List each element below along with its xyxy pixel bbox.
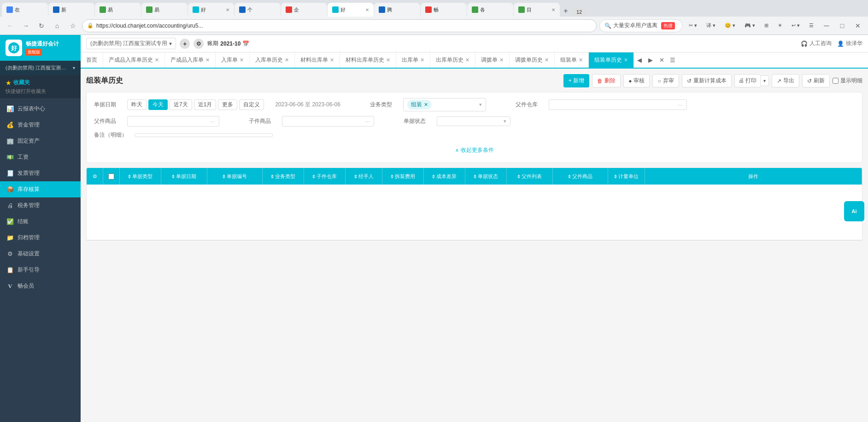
print-button-split[interactable]: 🖨 打印 ▾ xyxy=(734,74,769,87)
tab-out-hist[interactable]: 出库单历史 ✕ xyxy=(430,52,475,68)
game-tool[interactable]: 🎮 ▾ xyxy=(741,21,759,30)
tab-close-8[interactable]: ✕ xyxy=(365,7,369,12)
biz-type-selector[interactable]: 组装 ✕ ▾ xyxy=(403,98,486,111)
browser-tab-1[interactable]: 在 xyxy=(2,3,48,17)
sidebar-item-payroll[interactable]: 💵 工资 xyxy=(0,149,81,165)
tab-prev-button[interactable]: ◀ xyxy=(634,53,645,68)
sidebar-account[interactable]: (勿删勿禁用) 江西服宝测试专用 ▾ xyxy=(0,61,81,75)
browser-tab-4[interactable]: 易 xyxy=(141,3,188,17)
sidebar-item-tax[interactable]: 🖨 税务管理 xyxy=(0,197,81,214)
browser-tab-3[interactable]: 易 xyxy=(95,3,141,17)
grid-tool[interactable]: ⊞ xyxy=(761,21,772,30)
tab-count-badge[interactable]: 12 xyxy=(574,7,585,17)
export-button[interactable]: ↗ 导出 xyxy=(772,74,799,87)
browser-tab-11[interactable]: 各 xyxy=(467,3,513,17)
status-selector[interactable]: ▾ xyxy=(437,116,510,126)
tab-prod-in[interactable]: 产成品入库单 ✕ xyxy=(165,52,216,68)
browser-tab-9[interactable]: 腾 xyxy=(374,3,420,17)
th-dismantlefee[interactable]: 拆装费用 xyxy=(382,168,424,185)
parent-goods-input[interactable]: ··· xyxy=(127,116,219,127)
th-status[interactable]: 单据状态 xyxy=(465,168,507,185)
tab-close-icon[interactable]: ✕ xyxy=(240,57,244,63)
sidebar-item-reports[interactable]: 📊 云报表中心 xyxy=(0,101,81,117)
tab-out[interactable]: 出库单 ✕ xyxy=(396,52,430,68)
tab-close-icon[interactable]: ✕ xyxy=(545,57,549,63)
calendar-icon[interactable]: 📅 xyxy=(242,40,249,47)
tab-close-icon[interactable]: ✕ xyxy=(205,57,210,63)
th-settings[interactable]: ⚙ xyxy=(87,168,103,185)
close-button[interactable]: ✕ xyxy=(851,19,864,32)
search-bar[interactable]: 🔍 大量安卓用户逃离 热搜 xyxy=(599,19,682,32)
tab-prod-in-hist[interactable]: 产成品入库单历史 ✕ xyxy=(103,52,165,68)
tab-in-hist[interactable]: 入库单历史 ✕ xyxy=(250,52,295,68)
maximize-button[interactable]: □ xyxy=(836,19,849,32)
parent-goods-dots[interactable]: ··· xyxy=(210,118,215,125)
collapse-button[interactable]: ∧ 收起更多条件 xyxy=(94,144,855,157)
sidebar-item-assets[interactable]: 🏢 固定资产 xyxy=(0,133,81,149)
tab-close-icon[interactable]: ✕ xyxy=(465,57,469,63)
horizontal-scrollbar[interactable] xyxy=(86,240,862,246)
date-btn-today[interactable]: 今天 xyxy=(148,99,168,110)
print-main[interactable]: 🖨 打印 xyxy=(734,74,760,87)
th-date[interactable]: 单据日期 xyxy=(161,168,207,185)
th-costdiff[interactable]: 成本差异 xyxy=(424,168,465,185)
biz-type-tag-remove[interactable]: ✕ xyxy=(424,102,428,108)
user-display[interactable]: 👤 徐泽华 xyxy=(837,40,862,47)
tab-close-icon[interactable]: ✕ xyxy=(330,57,334,63)
sidebar-item-invoice[interactable]: 🧾 发票管理 xyxy=(0,165,81,181)
date-btn-yesterday[interactable]: 昨天 xyxy=(127,99,147,110)
sidebar-item-inventory[interactable]: 📦 库存核算 xyxy=(0,181,81,197)
tab-close-icon[interactable]: ✕ xyxy=(155,57,159,63)
print-arrow[interactable]: ▾ xyxy=(760,75,769,86)
recalc-cost-button[interactable]: ↺ 重新计算成本 xyxy=(682,74,732,87)
new-tab-button[interactable]: + xyxy=(560,6,571,17)
tab-close-icon[interactable]: ✕ xyxy=(499,57,504,63)
th-warehouse[interactable]: 子件仓库 xyxy=(304,168,346,185)
show-detail-checkbox-label[interactable]: 显示明细 xyxy=(833,77,862,85)
brightness-tool[interactable]: ☀ xyxy=(774,21,786,30)
bookmark-button[interactable]: ☆ xyxy=(66,19,79,32)
th-parentlist[interactable]: 父件列表 xyxy=(507,168,553,185)
quick-open-link[interactable]: 快捷键打开收藏夹 xyxy=(6,88,75,95)
sidebar-item-guide[interactable]: 📋 新手引导 xyxy=(0,262,81,278)
browser-tab-8[interactable]: 好 ✕ xyxy=(328,3,374,17)
delete-button[interactable]: 🗑 删除 xyxy=(592,74,621,87)
tab-close-icon[interactable]: ✕ xyxy=(579,57,583,63)
parent-warehouse-dots[interactable]: ··· xyxy=(678,101,683,108)
browser-tab-7[interactable]: 企 xyxy=(281,3,327,17)
parent-warehouse-input[interactable]: ··· xyxy=(549,99,687,110)
th-number[interactable]: 单据编号 xyxy=(207,168,263,185)
th-parentgoods[interactable]: 父件商品 xyxy=(553,168,608,185)
sidebar-item-funds[interactable]: 💰 资金管理 xyxy=(0,117,81,133)
tab-more-button[interactable]: ☰ xyxy=(667,53,678,68)
tab-close-12[interactable]: ✕ xyxy=(551,7,555,12)
th-biztype[interactable]: 业务类型 xyxy=(263,168,304,185)
tab-in[interactable]: 入库单 ✕ xyxy=(216,52,250,68)
add-account-button[interactable]: + xyxy=(180,39,190,49)
browser-tab-6[interactable]: 个 xyxy=(235,3,281,17)
tab-mat-out-hist[interactable]: 材料出库单历史 ✕ xyxy=(340,52,396,68)
browser-tab-12[interactable]: 目 ✕ xyxy=(514,3,560,17)
tab-mat-out[interactable]: 材料出库单 ✕ xyxy=(295,52,340,68)
sidebar-item-archive[interactable]: 📁 归档管理 xyxy=(0,230,81,246)
tab-combo[interactable]: 组装单 ✕ xyxy=(555,52,589,68)
forward-button[interactable]: → xyxy=(19,19,32,32)
sidebar-item-member[interactable]: V 畅会员 xyxy=(0,278,81,294)
back-button[interactable]: ← xyxy=(4,19,17,32)
date-btn-1month[interactable]: 近1月 xyxy=(194,99,217,110)
date-btn-more[interactable]: 更多 xyxy=(218,99,237,110)
sidebar-item-settings[interactable]: ⚙ 基础设置 xyxy=(0,246,81,262)
tab-close-icon[interactable]: ✕ xyxy=(386,57,390,63)
emoji-tool[interactable]: 😊 ▾ xyxy=(721,21,739,30)
tab-close-icon[interactable]: ✕ xyxy=(285,57,289,63)
tab-close-icon[interactable]: ✕ xyxy=(624,57,628,63)
browser-tab-5[interactable]: 好 ✕ xyxy=(188,3,234,17)
account-selector[interactable]: (勿删勿禁用) 江西服宝测试专用 ▾ xyxy=(86,38,176,49)
tab-close-all-button[interactable]: ✕ xyxy=(656,53,667,68)
date-btn-7days[interactable]: 近7天 xyxy=(170,99,192,110)
refresh-button[interactable]: ↺ 刷新 xyxy=(802,74,830,87)
sidebar-item-settle[interactable]: ✅ 结账 xyxy=(0,214,81,230)
address-bar[interactable]: 🔒 https://cloud.chanjet.com/accounting/u… xyxy=(82,19,597,32)
settings-button[interactable]: ⚙ xyxy=(194,39,204,49)
home-button[interactable]: ⌂ xyxy=(51,19,64,32)
